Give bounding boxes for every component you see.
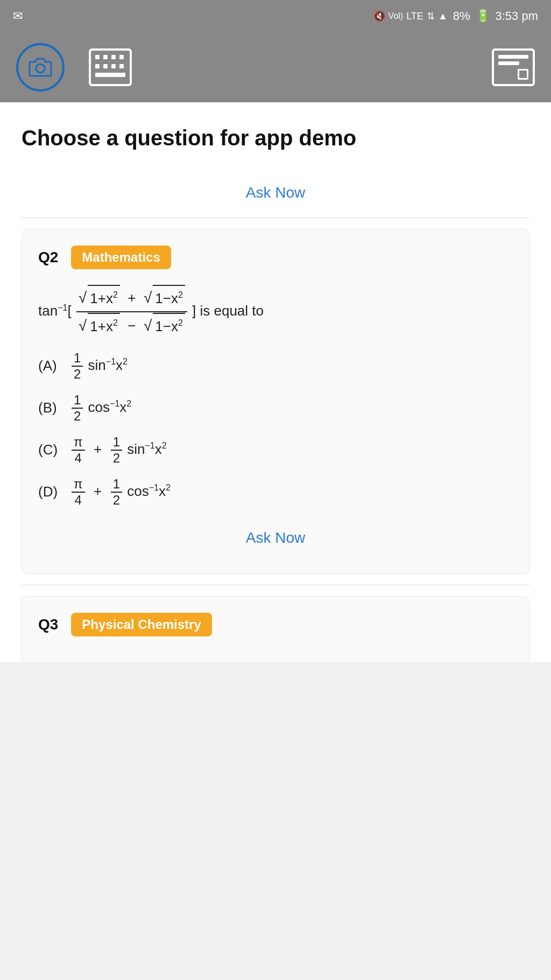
option-b: (B) 1 2 cos−1x2 (38, 393, 513, 424)
option-a: (A) 1 2 sin−1x2 (38, 351, 513, 382)
lte-icon: LTE (406, 11, 423, 22)
camera-icon (27, 57, 53, 78)
q2-suffix: is equal to (200, 303, 264, 319)
q3-number: Q3 (38, 616, 58, 633)
q2-header: Q2 Mathematics (38, 246, 513, 269)
q2-subject-badge: Mathematics (71, 246, 171, 269)
main-content: Choose a question for app demo Ask Now Q… (0, 102, 551, 662)
email-icon: ✉ (13, 9, 23, 23)
q2-options: (A) 1 2 sin−1x2 (B) 1 2 cos−1x2 (38, 351, 513, 508)
signal-strength-icon: ▲ (438, 11, 448, 22)
status-right: 🔇 Vol) LTE ⇅ ▲ 8% 🔋 3:53 pm (373, 9, 538, 23)
battery-icon: 🔋 (476, 9, 490, 23)
page-title: Choose a question for app demo (22, 124, 529, 152)
q3-subject-badge: Physical Chemistry (71, 613, 211, 636)
question-card-q2: Q2 Mathematics tan−1[ √1+x2 + √1−x2 √1+x… (22, 229, 529, 574)
vibrate-icon: 🔇 (373, 10, 385, 22)
battery-level: 8% (453, 9, 470, 23)
option-d: (D) π 4 + 1 2 cos−1x2 (38, 477, 513, 508)
quiz-button[interactable] (486, 43, 535, 92)
divider-2 (22, 585, 529, 585)
status-bar: ✉ 🔇 Vol) LTE ⇅ ▲ 8% 🔋 3:53 pm (0, 0, 551, 32)
svg-point-0 (36, 64, 45, 73)
vol-icon: Vol) (388, 11, 404, 21)
clock: 3:53 pm (496, 9, 539, 23)
q3-header: Q3 Physical Chemistry (38, 613, 513, 636)
ask-now-button-2[interactable]: Ask Now (38, 519, 513, 557)
q2-equation: tan−1[ √1+x2 + √1−x2 √1+x2 − √1−x2 ] is … (38, 284, 513, 340)
divider-1 (22, 218, 529, 218)
toolbar (0, 32, 551, 102)
data-icon: ⇅ (427, 10, 435, 22)
ask-now-button-1[interactable]: Ask Now (22, 173, 529, 212)
camera-button[interactable] (16, 43, 65, 92)
option-c: (C) π 4 + 1 2 sin−1x2 (38, 435, 513, 466)
status-left: ✉ (13, 9, 23, 23)
question-card-q3: Q3 Physical Chemistry (22, 596, 529, 662)
keyboard-button[interactable] (86, 43, 135, 92)
signal-icons: 🔇 Vol) LTE ⇅ ▲ (373, 10, 448, 22)
q2-number: Q2 (38, 249, 58, 266)
